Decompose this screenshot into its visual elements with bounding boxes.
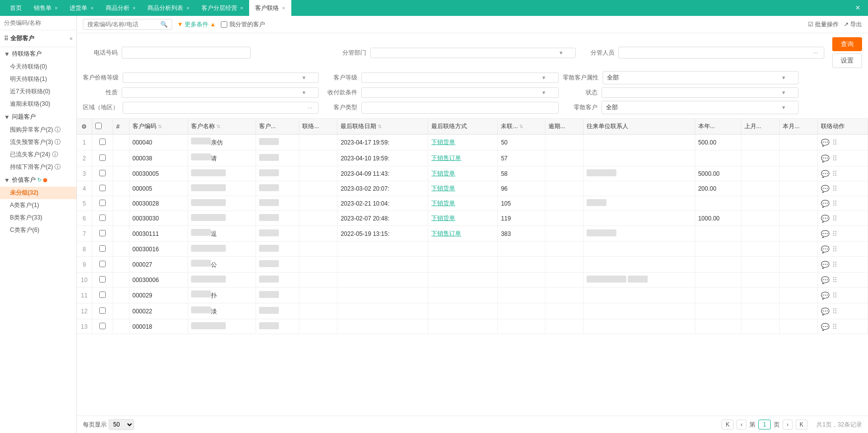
row-select-checkbox[interactable] <box>99 276 106 283</box>
last-method-link[interactable]: 下销货单 <box>431 200 455 207</box>
sidebar-section-value[interactable]: ▼ 价值客户 ↻ <box>0 173 76 187</box>
cust-grade-select[interactable]: ▼ <box>361 72 558 83</box>
row-select-checkbox[interactable] <box>99 307 106 314</box>
name-column-header[interactable]: 客户名称 <box>188 119 256 135</box>
last-method-link[interactable]: 下销货单 <box>431 215 455 221</box>
my-customers-checkbox[interactable]: 我分管的客户 <box>221 20 265 29</box>
row-select-checkbox[interactable] <box>99 139 106 145</box>
sidebar-item-class-a[interactable]: A类客户(1) <box>0 199 76 212</box>
row-select-checkbox[interactable] <box>99 200 106 206</box>
current-page-number[interactable]: 1 <box>758 420 771 430</box>
sidebar-all-customers[interactable]: ⠿ 全部客户 « <box>0 30 76 47</box>
grid-action-icon[interactable]: ⠿ <box>832 139 837 146</box>
nav-tab-customer-tier[interactable]: 客户分层经营 × <box>196 0 249 16</box>
grid-action-icon[interactable]: ⠿ <box>832 215 837 222</box>
message-action-icon[interactable]: 💬 <box>821 276 829 284</box>
grid-action-icon[interactable]: ⠿ <box>832 261 837 269</box>
nature-select[interactable]: ▼ <box>122 87 319 98</box>
collapse-icon[interactable]: « <box>69 36 72 41</box>
filter-search-icon[interactable]: 🔍 <box>160 21 168 28</box>
window-close-button[interactable]: × <box>852 3 864 12</box>
close-customer-tier-tab[interactable]: × <box>240 5 243 11</box>
settings-icon[interactable]: ⚙ <box>81 123 87 130</box>
sidebar-item-today[interactable]: 今天待联络(0) <box>0 61 76 73</box>
dept-select[interactable]: ▼ <box>370 48 576 58</box>
first-page-button[interactable]: K <box>722 420 734 430</box>
sidebar-item-declining[interactable]: 持续下滑客户(2) ⓘ <box>0 161 76 173</box>
scatter-attr-select[interactable]: 全部 ▼ <box>602 71 799 84</box>
price-grade-select[interactable]: ▼ <box>123 72 319 83</box>
last-method-link[interactable]: 下销货单 <box>431 185 455 192</box>
sidebar-search-input[interactable] <box>4 19 77 26</box>
row-select-checkbox[interactable] <box>99 230 106 236</box>
message-action-icon[interactable]: 💬 <box>821 291 829 299</box>
nav-tab-sales[interactable]: 销售单 × <box>28 0 64 16</box>
row-select-checkbox[interactable] <box>99 245 106 252</box>
cust-type-input[interactable] <box>361 102 558 114</box>
last-date-column-header[interactable]: 最后联络日期 <box>337 119 428 135</box>
status-select[interactable]: ▼ <box>601 87 799 98</box>
nav-tab-analysis[interactable]: 商品分析 × <box>100 0 141 16</box>
last-method-link[interactable]: 下销货单 <box>431 170 455 177</box>
message-action-icon[interactable]: 💬 <box>821 170 829 178</box>
sidebar-item-abnormal[interactable]: 囤购异常客户(2) ⓘ <box>0 124 76 136</box>
scatter-select[interactable]: 全部 ▼ <box>601 101 799 114</box>
grid-action-icon[interactable]: ⠿ <box>832 185 837 193</box>
export-button[interactable]: ↗ 导出 <box>844 20 862 29</box>
my-customers-check[interactable] <box>221 21 227 28</box>
message-action-icon[interactable]: 💬 <box>821 154 829 162</box>
row-select-checkbox[interactable] <box>99 291 106 298</box>
query-button[interactable]: 查询 <box>832 37 862 51</box>
close-customer-contact-tab[interactable]: × <box>282 5 285 11</box>
grid-action-icon[interactable]: ⠿ <box>832 291 837 299</box>
payment-select[interactable]: ▼ <box>361 87 558 98</box>
select-all-checkbox[interactable] <box>95 123 102 129</box>
grid-action-icon[interactable]: ⠿ <box>832 276 837 284</box>
unlink-column-header[interactable]: 未联... <box>498 119 545 135</box>
last-method-link[interactable]: 下销货单 <box>431 139 455 145</box>
row-select-checkbox[interactable] <box>99 323 106 329</box>
nav-tab-customer-contact[interactable]: 客户联络 × <box>249 0 291 16</box>
grid-action-icon[interactable]: ⠿ <box>832 200 837 208</box>
prev-page-button[interactable]: ‹ <box>736 420 746 430</box>
sidebar-item-lost[interactable]: 已流失客户(24) ⓘ <box>0 148 76 161</box>
reset-button[interactable]: 设置 <box>832 53 862 68</box>
sidebar-item-ungrouped[interactable]: 未分组(32) <box>0 187 76 199</box>
grid-action-icon[interactable]: ⠿ <box>832 154 837 162</box>
sidebar-item-tomorrow[interactable]: 明天待联络(1) <box>0 73 76 85</box>
last-method-link[interactable]: 下销售订单 <box>431 230 461 237</box>
message-action-icon[interactable]: 💬 <box>821 245 829 253</box>
nav-tab-purchase[interactable]: 进货单 × <box>64 0 99 16</box>
row-select-checkbox[interactable] <box>99 185 106 191</box>
sidebar-item-7days[interactable]: 近7天待联络(0) <box>0 85 76 98</box>
message-action-icon[interactable]: 💬 <box>821 185 829 193</box>
filter-search-input[interactable] <box>87 21 160 28</box>
per-page-select[interactable]: 50 20 100 <box>109 419 134 430</box>
sidebar-item-churn-warning[interactable]: 流失预警客户(3) ⓘ <box>0 136 76 148</box>
next-page-button[interactable]: › <box>783 420 793 430</box>
message-action-icon[interactable]: 💬 <box>821 200 829 208</box>
grid-action-icon[interactable]: ⠿ <box>832 323 837 331</box>
message-action-icon[interactable]: 💬 <box>821 307 829 315</box>
region-dots[interactable]: ··· <box>305 104 314 111</box>
grid-action-icon[interactable]: ⠿ <box>832 307 837 315</box>
sidebar-item-overdue[interactable]: 逾期未联络(30) <box>0 98 76 110</box>
grid-action-icon[interactable]: ⠿ <box>832 170 837 178</box>
batch-operation-button[interactable]: ☑ 批量操作 <box>808 20 839 29</box>
filter-more-conditions[interactable]: ▼ 更多条件 ▲ <box>177 20 216 29</box>
refresh-icon[interactable]: ↻ <box>37 177 42 183</box>
row-select-checkbox[interactable] <box>99 154 106 161</box>
message-action-icon[interactable]: 💬 <box>821 139 829 146</box>
message-action-icon[interactable]: 💬 <box>821 261 829 269</box>
sidebar-item-class-b[interactable]: B类客户(33) <box>0 212 76 224</box>
nav-tab-home[interactable]: 首页 <box>4 0 28 16</box>
nav-tab-analysis-list[interactable]: 商品分析列表 × <box>141 0 195 16</box>
close-analysis-tab[interactable]: × <box>133 5 135 11</box>
last-method-link[interactable]: 下销售订单 <box>431 154 461 161</box>
code-column-header[interactable]: 客户编码 <box>129 119 188 135</box>
grid-action-icon[interactable]: ⠿ <box>832 245 837 253</box>
sidebar-section-problem[interactable]: ▼ 问题客户 <box>0 110 76 124</box>
last-page-button[interactable]: K <box>796 420 807 430</box>
message-action-icon[interactable]: 💬 <box>821 323 829 331</box>
sidebar-item-class-c[interactable]: C类客户(6) <box>0 224 76 236</box>
